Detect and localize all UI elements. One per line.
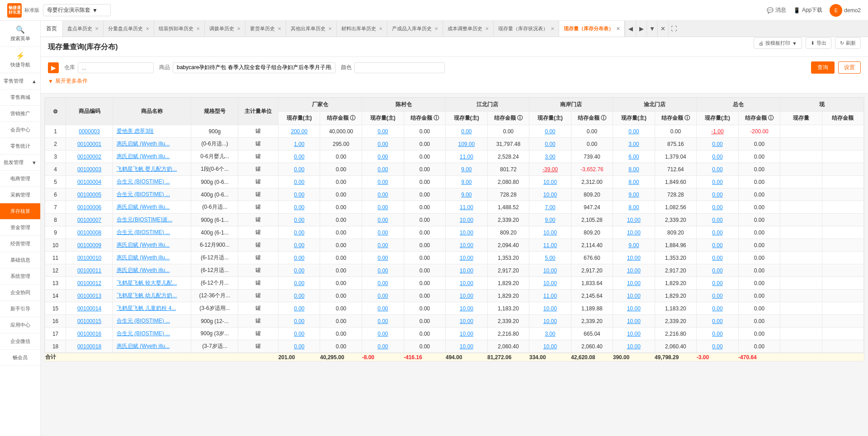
row-factory-current[interactable]: 0.00: [278, 226, 320, 239]
row-chen-current[interactable]: 0.00: [362, 277, 404, 290]
row-yubei-current[interactable]: 10.00: [613, 226, 655, 239]
sidebar-item-purchase[interactable]: 采购管理: [0, 187, 40, 203]
row-total-current[interactable]: 0.00: [697, 150, 738, 163]
row-factory-current[interactable]: 0.00: [278, 302, 320, 315]
row-nanan-current[interactable]: 10.00: [529, 188, 571, 201]
row-factory-current[interactable]: 0.00: [278, 328, 320, 340]
row-yubei-current[interactable]: 10.00: [613, 264, 655, 277]
row-nanan-current[interactable]: 3.00: [529, 150, 571, 163]
row-code[interactable]: 00100001: [66, 138, 113, 150]
tab-close-material-out[interactable]: ✕: [379, 26, 382, 31]
row-chen-current[interactable]: 0.00: [362, 138, 404, 150]
row-yubei-current[interactable]: 8.00: [613, 176, 655, 188]
sidebar-item-search[interactable]: 🔍 搜索英单: [0, 21, 40, 47]
row-code[interactable]: 00100012: [66, 277, 113, 290]
row-name[interactable]: 合生元 (BIOSTIME) ...: [113, 328, 191, 340]
row-jiangbei-current[interactable]: 10.00: [446, 226, 487, 239]
tab-close-purchase-order[interactable]: ✕: [278, 26, 281, 31]
row-factory-current[interactable]: 0.00: [278, 214, 320, 226]
row-name[interactable]: 合生元(BIOSTIME)派...: [113, 214, 191, 226]
tab-nav-left[interactable]: ◀: [625, 21, 636, 37]
row-total-current[interactable]: 0.00: [697, 315, 738, 328]
sidebar-item-new-guide[interactable]: 新手引导: [0, 301, 40, 317]
sidebar-item-enterprise-wechat[interactable]: 企业微信: [0, 333, 40, 350]
row-total-current[interactable]: 0.00: [697, 214, 738, 226]
tab-nav-more[interactable]: ▼: [646, 21, 657, 37]
row-total-current[interactable]: 0.00: [697, 290, 738, 302]
row-yubei-current[interactable]: 10.00: [613, 252, 655, 264]
tab-cost-adjust[interactable]: 成本调整单历史 ✕: [443, 21, 494, 37]
tab-close-product-in[interactable]: ✕: [434, 26, 438, 31]
row-code[interactable]: 00100009: [66, 239, 113, 252]
product-input[interactable]: [173, 62, 335, 73]
tab-close-all[interactable]: ✕: [657, 21, 668, 37]
row-total-current[interactable]: 0.00: [697, 328, 738, 340]
sidebar-item-wholesale[interactable]: 批发管理 ▼: [0, 155, 40, 171]
tab-stock-dist[interactable]: 现存量（库存分布表） ✕: [559, 21, 625, 37]
row-code[interactable]: 00100008: [66, 226, 113, 239]
tab-sub-inventory-count[interactable]: 分量盘点单历史 ✕: [104, 21, 154, 37]
row-nanan-current[interactable]: 0.00: [529, 125, 571, 138]
row-total-current[interactable]: 0.00: [697, 302, 738, 315]
search-btn[interactable]: 查询: [811, 61, 835, 74]
tab-nav-right[interactable]: ▶: [636, 21, 646, 37]
row-jiangbei-current[interactable]: 10.00: [446, 214, 487, 226]
row-name[interactable]: 惠氏启赋 (Wyeth illu...: [113, 340, 191, 353]
row-code[interactable]: 00100007: [66, 214, 113, 226]
row-jiangbei-current[interactable]: 11.00: [446, 201, 487, 214]
tab-home[interactable]: 首页: [41, 21, 63, 37]
row-factory-current[interactable]: 0.00: [278, 290, 320, 302]
row-name[interactable]: 惠氏启赋 (Wyeth illu...: [113, 138, 191, 150]
row-jiangbei-current[interactable]: 109.00: [446, 138, 487, 150]
row-total-current[interactable]: 0.00: [697, 176, 738, 188]
row-yubei-current[interactable]: 0.00: [613, 125, 655, 138]
row-yubei-current[interactable]: 9.00: [613, 188, 655, 201]
row-factory-current[interactable]: 1.00: [278, 138, 320, 150]
row-yubei-current[interactable]: 10.00: [613, 340, 655, 353]
tab-close-stock-dist[interactable]: ✕: [616, 26, 620, 31]
row-yubei-current[interactable]: 10.00: [613, 302, 655, 315]
sidebar-item-member-center[interactable]: 会员中心: [0, 122, 40, 138]
row-code[interactable]: 00100014: [66, 302, 113, 315]
tab-purchase-order[interactable]: 要货单历史 ✕: [245, 21, 286, 37]
row-total-current[interactable]: 0.00: [697, 264, 738, 277]
row-jiangbei-current[interactable]: 10.00: [446, 252, 487, 264]
row-yubei-current[interactable]: 8.00: [613, 201, 655, 214]
row-factory-current[interactable]: 0.00: [278, 188, 320, 201]
row-name[interactable]: 合生元 (BIOSTIME) ...: [113, 176, 191, 188]
row-code[interactable]: 00100013: [66, 290, 113, 302]
tab-close-other-out[interactable]: ✕: [328, 26, 332, 31]
tab-close-transfer[interactable]: ✕: [237, 26, 241, 31]
row-yubei-current[interactable]: 10.00: [613, 315, 655, 328]
row-jiangbei-current[interactable]: 10.00: [446, 239, 487, 252]
tab-close-sub-inventory-count[interactable]: ✕: [146, 26, 149, 31]
row-code[interactable]: 00100003: [66, 163, 113, 176]
warehouse-input[interactable]: [78, 62, 154, 73]
row-total-current[interactable]: -1.00: [697, 125, 738, 138]
row-name[interactable]: 惠氏启赋 (Wyeth illu...: [113, 252, 191, 264]
tab-transfer[interactable]: 调拨单历史 ✕: [205, 21, 245, 37]
row-name[interactable]: 飞鹤星飞帆 幼儿配方奶...: [113, 290, 191, 302]
row-name[interactable]: 惠氏启赋 (Wyeth illu...: [113, 150, 191, 163]
row-total-current[interactable]: 0.00: [697, 163, 738, 176]
tab-close-inventory-count[interactable]: ✕: [95, 26, 99, 31]
filter-collapse-btn[interactable]: ▶: [48, 62, 59, 73]
sidebar-item-system[interactable]: 系统管理: [0, 268, 40, 285]
row-code[interactable]: 00100002: [66, 150, 113, 163]
row-jiangbei-current[interactable]: 9.00: [446, 163, 487, 176]
tab-assembly[interactable]: 组装拆卸单历史 ✕: [154, 21, 205, 37]
sidebar-item-retail-mall[interactable]: 零售商城: [0, 89, 40, 106]
row-code[interactable]: 00100016: [66, 328, 113, 340]
row-chen-current[interactable]: 0.00: [362, 290, 404, 302]
sidebar-item-finance[interactable]: 资金管理: [0, 220, 40, 236]
row-jiangbei-current[interactable]: 0.00: [446, 125, 487, 138]
row-factory-current[interactable]: 0.00: [278, 340, 320, 353]
sidebar-item-retail-mgmt[interactable]: 零售管理 ▲: [0, 73, 40, 89]
row-chen-current[interactable]: 0.00: [362, 125, 404, 138]
col-settings[interactable]: ⚙: [45, 98, 66, 125]
row-factory-current[interactable]: 0.00: [278, 277, 320, 290]
row-name[interactable]: 飞鹤星飞帆 儿童奶粉 4...: [113, 302, 191, 315]
row-yubei-current[interactable]: 10.00: [613, 290, 655, 302]
row-total-current[interactable]: 0.00: [697, 188, 738, 201]
expand-btn[interactable]: ▼ 展开更多条件: [48, 77, 88, 85]
